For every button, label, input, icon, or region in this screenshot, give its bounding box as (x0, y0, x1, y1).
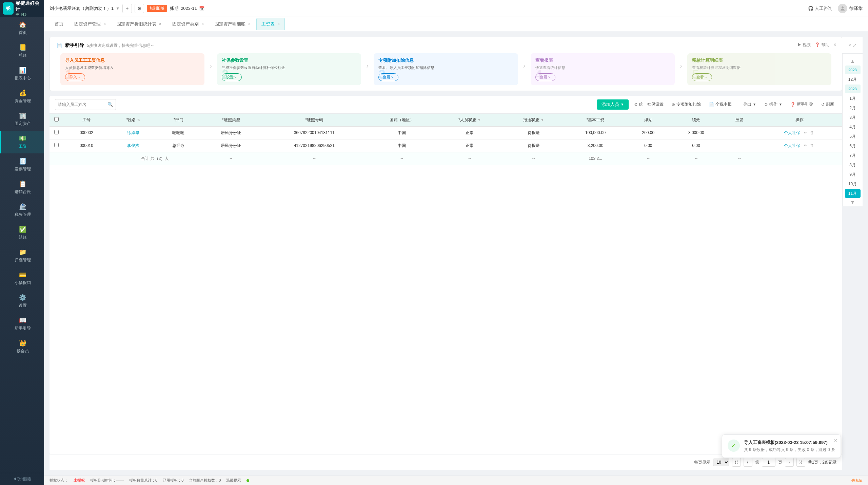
col-dept: *部门 (157, 114, 200, 127)
calendar-up-arrow[interactable]: ▲ (849, 57, 856, 65)
sidebar-item-home[interactable]: 🏠 首页 (0, 17, 44, 40)
sidebar-item-guide[interactable]: 📖 新手引导 (0, 313, 44, 335)
sidebar-item-assets[interactable]: 🏢 固定资产 (0, 108, 44, 131)
prev-page-btn[interactable]: ⟨ (744, 458, 752, 467)
close-tab-icon[interactable]: × (248, 22, 251, 26)
last-page-btn[interactable]: ⟩⟩ (796, 458, 805, 467)
deduction-btn[interactable]: ⊕ 专项附加扣除 (669, 100, 704, 109)
sidebar-item-member[interactable]: 👑 畅会员 (0, 335, 44, 358)
calendar-month-6[interactable]: 6月 (845, 142, 861, 150)
personal-insurance-link[interactable]: 个人社保 (784, 130, 800, 135)
step-card-1: 导入员工工工资信息 人员信息及工资数据新增导入 1 导入＞ (60, 53, 204, 85)
delete-icon[interactable]: 🗑 (810, 143, 814, 148)
sidebar-item-payroll[interactable]: 💵 工资 (0, 131, 44, 153)
sidebar-item-reports[interactable]: 📊 报表中心 (0, 62, 44, 85)
new-guide-btn[interactable]: ❓ 新手引导 (788, 100, 816, 109)
video-link[interactable]: ▶ 视频 (797, 42, 811, 48)
close-tab-icon[interactable]: × (159, 22, 161, 26)
app-container: 畅 畅捷通好会计 专业版 🏠 首页 📒 总账 📊 报表中心 💰 资金管理 🏢 固… (0, 0, 868, 485)
first-page-btn[interactable]: ⟨⟨ (732, 458, 741, 467)
recharge-link[interactable]: 去充值 (851, 478, 863, 483)
next-page-btn[interactable]: ⟩ (785, 458, 794, 467)
sidebar-item-sales[interactable]: 📋 进销台账 (0, 176, 44, 199)
sidebar-item-closing[interactable]: ✅ 结账 (0, 222, 44, 244)
calendar-month-3[interactable]: 3月 (845, 113, 861, 122)
filter-status-icon[interactable]: ▼ (477, 118, 481, 122)
calendar-month-1[interactable]: 1月 (845, 94, 861, 103)
row-checkbox[interactable] (54, 143, 59, 147)
refresh-btn[interactable]: ↺ 刷新 (818, 100, 837, 109)
service-btn[interactable]: 🎧 人工咨询 (808, 5, 832, 12)
export-btn[interactable]: ↑ 导出 ▼ (737, 100, 759, 109)
page-size-select[interactable]: 10 20 50 (713, 459, 729, 466)
performance-cell: 3,000.00 (670, 126, 722, 139)
add-account-btn[interactable]: ＋ (122, 4, 132, 13)
emp-name-link[interactable]: 徐泽华 (127, 130, 139, 135)
sort-name-icon[interactable]: ⇅ (137, 118, 140, 122)
calendar-month-4[interactable]: 4月 (845, 123, 861, 131)
edit-icon[interactable]: ✏ (804, 143, 807, 148)
tab-asset-detail[interactable]: 固定资产明细账 × (210, 18, 256, 30)
expand-panel-btn[interactable]: ⤢ (852, 42, 856, 48)
sidebar-item-ledger[interactable]: 📒 总账 (0, 40, 44, 62)
toolbar-right: 添加人员 ▼ ⚙ 统一社保设置 ⊕ 专项附加扣除 📄 (597, 99, 837, 110)
calendar-month-7[interactable]: 7月 (845, 151, 861, 160)
calendar-month-8[interactable]: 8月 (845, 161, 861, 169)
close-panel-btn[interactable]: × (848, 42, 851, 48)
deduction-icon: ⊕ (672, 102, 675, 107)
sidebar-item-archive[interactable]: 📁 归档管理 (0, 244, 44, 267)
calendar-month-12[interactable]: 12月 (845, 75, 861, 84)
add-person-button[interactable]: 添加人员 ▼ (597, 99, 629, 110)
emp-name-link[interactable]: 李俊杰 (127, 143, 139, 148)
calendar-month-2[interactable]: 2月 (845, 104, 861, 112)
search-input[interactable] (58, 102, 106, 107)
calendar-month-5[interactable]: 5月 (845, 132, 861, 141)
search-icon[interactable]: 🔍 (107, 102, 113, 107)
sidebar-item-expense[interactable]: 💳 小畅报销 (0, 267, 44, 290)
guide-subtitle: 5步快速完成设置，快去完善信息吧～ (87, 43, 154, 49)
help-link[interactable]: ❓ 帮助 (815, 42, 829, 48)
col-emp-no: 工号 (63, 114, 110, 127)
social-insurance-btn[interactable]: ⚙ 统一社保设置 (631, 100, 666, 109)
page-input[interactable] (762, 458, 775, 467)
tab-fixed-assets[interactable]: 固定资产管理 × (69, 18, 111, 30)
id-no-cell: 412702198206290521 (262, 139, 367, 152)
period-value[interactable]: 2023-11 (181, 6, 197, 11)
calendar-icon[interactable]: 📅 (199, 6, 204, 11)
tab-home[interactable]: 首页 (50, 18, 68, 30)
guide-close-btn[interactable]: × (833, 42, 836, 48)
account-selector[interactable]: 刘小艳演示账套（勿删勿动！）1 ▼ (50, 5, 120, 12)
sidebar-item-funds[interactable]: 💰 资金管理 (0, 85, 44, 108)
export-label: 导出 (743, 101, 751, 107)
step-desc-4: 快速查看统计信息 (535, 65, 670, 71)
close-tab-icon[interactable]: × (277, 22, 280, 26)
close-tab-icon[interactable]: × (201, 22, 204, 26)
delete-icon[interactable]: 🗑 (810, 130, 814, 135)
sidebar-item-invoices[interactable]: 🧾 发票管理 (0, 153, 44, 176)
sidebar-item-tax[interactable]: 🏦 税务管理 (0, 199, 44, 222)
user-info[interactable]: 徐泽华 (838, 4, 863, 13)
cancel-fixed-btn[interactable]: ◀取消固定 (0, 473, 44, 485)
tax-report-btn[interactable]: 📄 个税申报 (706, 100, 734, 109)
filter-report-icon[interactable]: ▼ (541, 118, 544, 122)
base-salary-cell: 3,200.00 (565, 139, 626, 152)
row-checkbox[interactable] (54, 130, 59, 134)
step-desc-3: 查看、导入员工专项附加扣除信息 (378, 65, 513, 71)
close-tab-icon[interactable]: × (103, 22, 106, 26)
calendar-month-10[interactable]: 10月 (845, 180, 861, 188)
toast-close-btn[interactable]: × (834, 437, 837, 444)
summary-label-cell (50, 152, 110, 165)
edit-icon[interactable]: ✏ (804, 130, 807, 135)
sidebar-item-settings[interactable]: ⚙️ 设置 (0, 290, 44, 313)
version-badge[interactable]: 切到旧版 (147, 5, 167, 12)
calendar-month-11-current[interactable]: 11月 (845, 189, 861, 198)
calendar-down-arrow[interactable]: ▼ (849, 198, 856, 206)
operate-btn[interactable]: ⚙ 操作 ▼ (762, 100, 785, 109)
select-all-checkbox[interactable] (54, 117, 59, 122)
settings-btn[interactable]: ⚙ (135, 4, 144, 13)
calendar-month-9[interactable]: 9月 (845, 170, 861, 179)
tab-depreciation[interactable]: 固定资产折旧统计表 × (112, 18, 166, 30)
tab-payroll[interactable]: 工资表 × (256, 18, 285, 30)
personal-insurance-link[interactable]: 个人社保 (784, 143, 800, 148)
tab-asset-types[interactable]: 固定资产类别 × (167, 18, 209, 30)
